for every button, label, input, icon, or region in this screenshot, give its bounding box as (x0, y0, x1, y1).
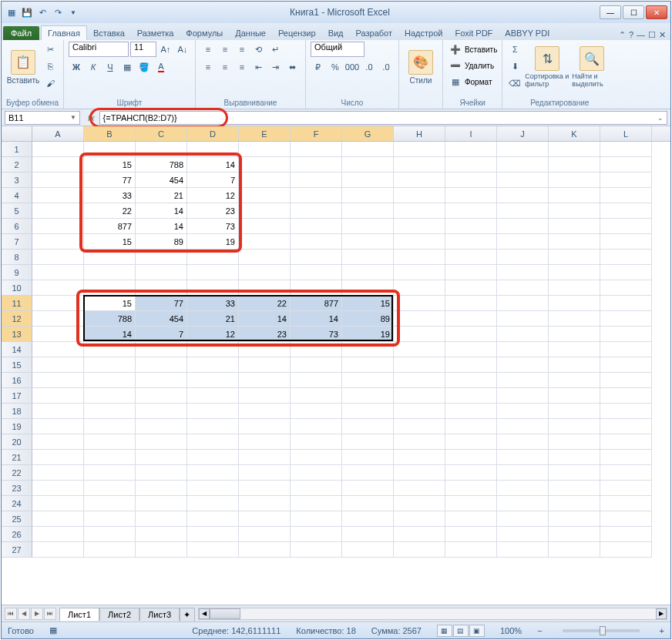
cell[interactable] (445, 450, 497, 465)
cell[interactable] (445, 173, 497, 188)
cell[interactable]: 15 (84, 157, 136, 173)
cell[interactable] (600, 465, 652, 481)
cell[interactable] (84, 434, 136, 450)
cell[interactable] (394, 250, 445, 265)
cell[interactable] (239, 496, 291, 511)
font-color-icon[interactable]: A (153, 59, 169, 75)
cell[interactable] (239, 511, 291, 527)
cell[interactable] (549, 342, 600, 357)
cell[interactable] (84, 481, 136, 496)
cell[interactable] (600, 188, 652, 203)
hscroll-thumb[interactable] (210, 608, 240, 619)
cell[interactable] (497, 203, 549, 219)
cell[interactable]: 22 (239, 296, 291, 311)
cell[interactable] (394, 219, 445, 234)
cell[interactable] (84, 357, 136, 373)
row-header[interactable]: 8 (2, 250, 32, 265)
cell[interactable]: 15 (84, 296, 136, 311)
cell[interactable] (394, 327, 445, 342)
cell[interactable]: 15 (84, 234, 136, 250)
cell[interactable] (239, 450, 291, 465)
cell[interactable] (32, 357, 84, 373)
cell[interactable] (394, 496, 445, 511)
view-normal-icon[interactable]: ▦ (437, 625, 452, 637)
cell[interactable] (394, 527, 445, 542)
tab-addins[interactable]: Надстрой (398, 26, 449, 40)
cell[interactable] (84, 342, 136, 357)
cell[interactable] (342, 219, 394, 234)
cell[interactable] (549, 234, 600, 250)
tab-developer[interactable]: Разработ (350, 26, 398, 40)
font-size-select[interactable]: 11 (130, 42, 156, 57)
sheet-last-icon[interactable]: ⏭ (44, 608, 56, 620)
cell[interactable] (497, 450, 549, 465)
align-top-icon[interactable]: ≡ (200, 42, 216, 57)
fill-color-icon[interactable]: 🪣 (136, 59, 152, 75)
cell[interactable] (445, 481, 497, 496)
cell[interactable] (32, 450, 84, 465)
cell[interactable] (32, 434, 84, 450)
cell[interactable] (445, 357, 497, 373)
cell[interactable]: 14 (187, 157, 239, 173)
cell[interactable] (497, 142, 549, 157)
cell[interactable] (32, 250, 84, 265)
cell[interactable] (291, 188, 342, 203)
sheet-tab-1[interactable]: Лист1 (59, 608, 99, 621)
qat-dropdown-icon[interactable]: ▼ (66, 5, 80, 19)
cell[interactable] (32, 527, 84, 542)
cell[interactable] (549, 511, 600, 527)
cell[interactable]: 877 (84, 219, 136, 234)
help-icon[interactable]: ? (629, 30, 633, 40)
number-format-select[interactable]: Общий (311, 42, 365, 57)
cell[interactable] (600, 542, 652, 558)
cell[interactable] (136, 265, 187, 280)
row-header[interactable]: 27 (2, 542, 32, 558)
cell[interactable] (239, 465, 291, 481)
styles-button[interactable]: 🎨 Стили (404, 42, 438, 92)
cell[interactable] (600, 327, 652, 342)
cell[interactable] (291, 465, 342, 481)
cell[interactable] (549, 542, 600, 558)
row-header[interactable]: 23 (2, 481, 32, 496)
row-header[interactable]: 10 (2, 280, 32, 296)
cell[interactable] (32, 388, 84, 404)
cell[interactable] (394, 203, 445, 219)
cell[interactable] (394, 280, 445, 296)
cell[interactable] (136, 419, 187, 434)
cell[interactable] (239, 250, 291, 265)
cell[interactable] (600, 496, 652, 511)
cell[interactable] (497, 373, 549, 388)
cell[interactable] (549, 481, 600, 496)
row-header[interactable]: 11 (2, 296, 32, 311)
ribbon-minimize-icon[interactable]: ⌃ (619, 30, 626, 40)
hscroll-right-icon[interactable]: ▶ (656, 608, 667, 619)
cell[interactable]: 14 (84, 327, 136, 342)
cell[interactable] (600, 342, 652, 357)
zoom-thumb[interactable] (600, 626, 606, 635)
cell[interactable] (342, 342, 394, 357)
cell[interactable] (32, 327, 84, 342)
cell[interactable] (32, 265, 84, 280)
cell[interactable] (497, 342, 549, 357)
cell[interactable] (342, 280, 394, 296)
cell[interactable] (291, 434, 342, 450)
tab-view[interactable]: Вид (322, 26, 350, 40)
row-header[interactable]: 12 (2, 311, 32, 327)
cell[interactable] (187, 265, 239, 280)
select-all-corner[interactable] (2, 126, 32, 141)
cell[interactable] (600, 404, 652, 419)
cell[interactable] (136, 388, 187, 404)
row-header[interactable]: 14 (2, 342, 32, 357)
cell[interactable] (187, 481, 239, 496)
cell[interactable] (187, 542, 239, 558)
cell[interactable] (187, 280, 239, 296)
cell[interactable]: 12 (187, 188, 239, 203)
tab-data[interactable]: Данные (229, 26, 272, 40)
italic-icon[interactable]: К (86, 59, 101, 75)
col-header-L[interactable]: L (600, 126, 652, 141)
cell[interactable] (342, 404, 394, 419)
cell[interactable] (187, 465, 239, 481)
cell[interactable] (342, 373, 394, 388)
minimize-button[interactable]: — (600, 5, 621, 19)
cell[interactable] (394, 419, 445, 434)
